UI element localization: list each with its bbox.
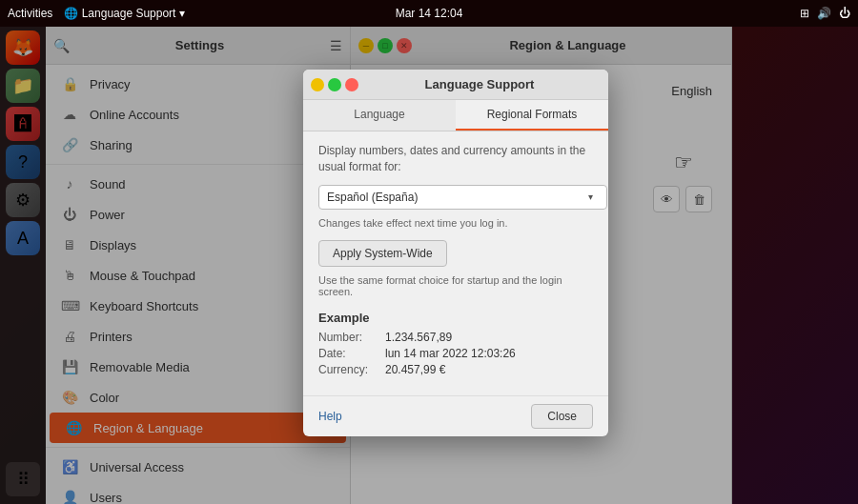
example-currency-value: 20.457,99 € <box>385 363 445 376</box>
example-title: Example <box>318 311 593 325</box>
taskbar-left: Activities 🌐 Language Support ▾ <box>8 7 185 20</box>
example-number-value: 1.234.567,89 <box>385 331 452 344</box>
dialog-maximize-btn[interactable] <box>328 78 341 91</box>
apply-note: Use the same format choice for startup a… <box>318 274 593 297</box>
dialog-body: Display numbers, dates and currency amou… <box>303 131 608 395</box>
volume-icon[interactable]: 🔊 <box>817 7 831 20</box>
taskbar: Activities 🌐 Language Support ▾ Mar 14 1… <box>0 0 858 27</box>
tab-regional-formats[interactable]: Regional Formats <box>456 100 608 131</box>
example-date-label: Date: <box>318 347 385 360</box>
dialog-tabs: Language Regional Formats <box>303 100 608 131</box>
dialog-footer: Help Close <box>303 395 608 436</box>
example-date-value: lun 14 mar 2022 12:03:26 <box>385 347 516 360</box>
example-number-row: Number: 1.234.567,89 <box>318 331 593 344</box>
example-currency-row: Currency: 20.457,99 € <box>318 363 593 376</box>
example-currency-label: Currency: <box>318 363 385 376</box>
taskbar-right: ⊞ 🔊 ⏻ <box>800 7 850 20</box>
dialog-title: Language Support <box>358 77 601 91</box>
example-section: Example Number: 1.234.567,89 Date: lun 1… <box>318 311 593 376</box>
example-date-row: Date: lun 14 mar 2022 12:03:26 <box>318 347 593 360</box>
language-support-indicator[interactable]: 🌐 Language Support ▾ <box>64 7 184 20</box>
language-support-dialog: Language Support Language Regional Forma… <box>303 70 608 436</box>
dialog-header: Language Support <box>303 70 608 100</box>
help-link[interactable]: Help <box>318 410 342 423</box>
dialog-minimize-btn[interactable] <box>311 78 324 91</box>
dialog-close-btn[interactable] <box>345 78 358 91</box>
dialog-window-controls <box>311 78 358 91</box>
dialog-close-action-btn[interactable]: Close <box>531 404 593 429</box>
example-number-label: Number: <box>318 331 385 344</box>
dialog-description: Display numbers, dates and currency amou… <box>318 143 593 175</box>
change-note: Changes take effect next time you log in… <box>318 217 593 229</box>
locale-select-row: Español (España) English (US) Français (… <box>318 185 593 210</box>
taskbar-datetime: Mar 14 12:04 <box>396 7 463 20</box>
activities-label[interactable]: Activities <box>8 7 52 20</box>
desktop: 🦊 📁 🅰 ? ⚙ A ⠿ 🔍 Settings ☰ 🔒 Privacy › ☁… <box>0 27 858 504</box>
power-icon[interactable]: ⏻ <box>839 7 850 20</box>
apply-system-wide-btn[interactable]: Apply System-Wide <box>318 240 447 267</box>
tab-language[interactable]: Language <box>303 100 456 131</box>
locale-select[interactable]: Español (España) English (US) Français (… <box>318 185 607 210</box>
network-icon[interactable]: ⊞ <box>800 7 809 20</box>
